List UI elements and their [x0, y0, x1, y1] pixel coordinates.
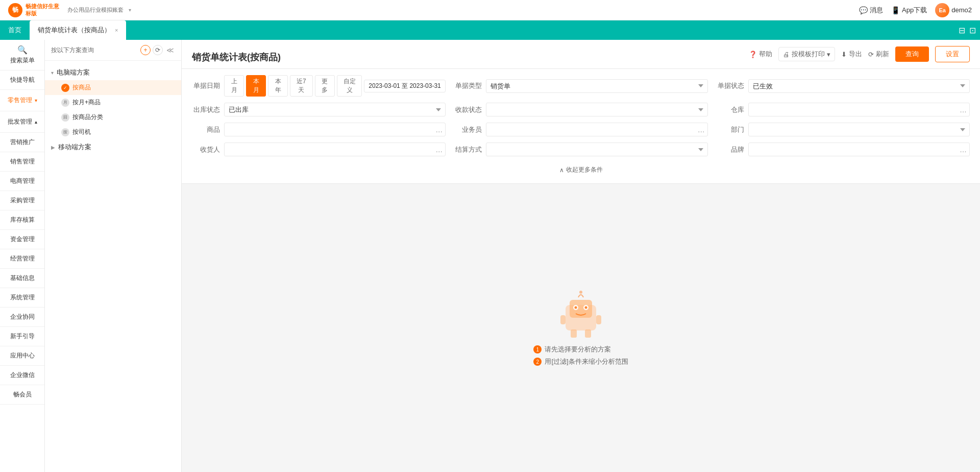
- filter-collect-status: 收款状态: [454, 103, 707, 116]
- collect-label: 收款状态: [454, 105, 482, 114]
- scheme-item-by-driver[interactable]: 按 按司机: [45, 125, 181, 139]
- empty-tip-2: 2 用[过滤]条件来缩小分析范围: [533, 357, 628, 366]
- brand-input[interactable]: [748, 143, 970, 156]
- staff-label: 业务员: [454, 125, 482, 134]
- top-header: 畅 畅捷信好生意 标版 办公用品行业模拟账套 ▾ 💬 消息 📱 App下载 Ea…: [0, 0, 980, 20]
- receiver-input[interactable]: [224, 143, 446, 156]
- settings-button[interactable]: 设置: [935, 46, 970, 62]
- date-range-display[interactable]: 2023-03-01 至 2023-03-31: [364, 80, 446, 92]
- main-container: 🔍 搜索菜单 快捷导航 零售管理 ▾ 批发管理 ▴ 营销推广 销售管理 电商管理…: [0, 40, 980, 472]
- message-action[interactable]: 💬 消息: [859, 6, 883, 15]
- export-action[interactable]: ⬇ 导出: [841, 50, 862, 59]
- btn-last-month[interactable]: 上月: [224, 75, 244, 97]
- scheme-item-by-category[interactable]: 回 按商品分类: [45, 110, 181, 125]
- filter-warehouse2: 仓库 …: [716, 103, 970, 116]
- sidebar-item-ecommerce[interactable]: 电商管理: [0, 172, 44, 191]
- goods-input[interactable]: [224, 123, 446, 136]
- empty-state: 1 请先选择要分析的方案 2 用[过滤]条件来缩小分析范围: [182, 184, 980, 472]
- collapse-more-btn[interactable]: ∧ 收起更多条件: [192, 162, 970, 177]
- collect-select[interactable]: [486, 103, 707, 116]
- help-action[interactable]: ❓ 帮助: [749, 50, 772, 59]
- scheme-month-icon: 月: [61, 99, 69, 107]
- sidebar-item-marketing[interactable]: 营销推广: [0, 133, 44, 152]
- sidebar-item-purchase[interactable]: 采购管理: [0, 191, 44, 210]
- sidebar-item-quick-nav[interactable]: 快捷导航: [0, 70, 44, 90]
- svg-point-10: [579, 291, 582, 294]
- mobile-scheme-group[interactable]: ▶ 移动端方案: [45, 139, 181, 155]
- filter-doc-status: 单据状态 已生效: [716, 79, 970, 93]
- app-download-action[interactable]: 📱 App下载: [891, 6, 927, 15]
- svg-rect-6: [560, 315, 566, 324]
- scheme-header: 按以下方案查询 + ⟳ ≪: [45, 40, 181, 61]
- sidebar-item-wholesale[interactable]: 批发管理 ▴: [0, 111, 44, 133]
- message-icon: 💬: [859, 6, 868, 14]
- sidebar-item-sales[interactable]: 销售管理: [0, 152, 44, 172]
- tab-home[interactable]: 首页: [0, 20, 30, 40]
- logo-area: 畅 畅捷信好生意 标版: [8, 3, 59, 17]
- header-left: 畅 畅捷信好生意 标版 办公用品行业模拟账套 ▾: [8, 3, 131, 17]
- filter-brand: 品牌 …: [716, 143, 970, 156]
- sidebar-item-search[interactable]: 🔍 搜索菜单: [0, 40, 44, 70]
- app-dropdown-arrow[interactable]: ▾: [129, 7, 131, 13]
- brand-wrapper: …: [748, 143, 970, 156]
- btn-current-month[interactable]: 本月: [246, 75, 266, 97]
- scheme-section: ▾ 电脑端方案 ✓ 按商品 月 按月+商品 回 按商品分类 按 按司机: [45, 61, 181, 159]
- sidebar-item-enterprise[interactable]: 企业协同: [0, 308, 44, 327]
- doc-type-control: 销货单: [486, 79, 707, 93]
- tab-sales-stats[interactable]: 销货单统计表（按商品） ×: [30, 20, 126, 40]
- doc-status-select[interactable]: 已生效: [748, 79, 970, 93]
- add-scheme-btn[interactable]: +: [140, 45, 151, 55]
- goods-wrapper: …: [224, 123, 446, 136]
- filter-row-4: 收货人 … 结算方式: [192, 143, 970, 156]
- warehouse-status-select[interactable]: 已出库: [224, 103, 446, 116]
- btn-current-year[interactable]: 本年: [268, 75, 288, 97]
- filter-settle: 结算方式: [454, 143, 707, 156]
- tab-close-icon[interactable]: ×: [115, 27, 118, 33]
- print-dropdown-icon: ▾: [827, 51, 830, 58]
- btn-last-7days[interactable]: 近7天: [290, 75, 313, 97]
- staff-input[interactable]: [486, 123, 707, 136]
- receiver-dots-icon[interactable]: …: [435, 146, 443, 154]
- brand-dots-icon[interactable]: …: [960, 146, 967, 154]
- dept-select[interactable]: [748, 123, 970, 136]
- query-button[interactable]: 查询: [895, 46, 929, 62]
- tab-minimize-icon[interactable]: ⊟: [959, 26, 965, 35]
- user-area[interactable]: Ea demo2: [935, 3, 972, 17]
- scheme-panel: 按以下方案查询 + ⟳ ≪ ▾ 电脑端方案 ✓ 按商品 月 按月+: [45, 40, 182, 472]
- sidebar-item-wechat[interactable]: 企业微信: [0, 366, 44, 385]
- filter-doc-type: 单据类型 销货单: [454, 79, 707, 93]
- dept-control: [748, 123, 970, 136]
- sidebar-item-member[interactable]: 畅会员: [0, 385, 44, 405]
- sidebar-item-retail[interactable]: 零售管理 ▾: [0, 90, 44, 111]
- scheme-header-title: 按以下方案查询: [51, 46, 94, 55]
- tab-maximize-icon[interactable]: ⊡: [969, 26, 976, 35]
- btn-more-date[interactable]: 更多: [315, 75, 335, 97]
- scheme-item-by-month-goods[interactable]: 月 按月+商品: [45, 95, 181, 110]
- date-label: 单据日期: [192, 81, 220, 90]
- btn-custom-date[interactable]: 自定义: [337, 75, 362, 97]
- empty-illustration: [550, 290, 611, 341]
- sidebar-item-inventory[interactable]: 库存核算: [0, 210, 44, 230]
- page-actions: ❓ 帮助 🖨 按模板打印 ▾ ⬇ 导出 ⟳ 刷新: [749, 46, 970, 68]
- sidebar-item-basic[interactable]: 基础信息: [0, 269, 44, 288]
- sidebar-item-operations[interactable]: 经营管理: [0, 249, 44, 269]
- sidebar-item-appcenter[interactable]: 应用中心: [0, 346, 44, 366]
- refresh-scheme-btn[interactable]: ⟳: [153, 45, 163, 55]
- goods-dots-icon[interactable]: …: [435, 126, 443, 134]
- sidebar-item-tutorial[interactable]: 新手引导: [0, 327, 44, 346]
- receiver-label: 收货人: [192, 145, 220, 154]
- scheme-item-by-goods[interactable]: ✓ 按商品: [45, 80, 181, 95]
- sidebar-item-system[interactable]: 系统管理: [0, 288, 44, 308]
- staff-dots-icon[interactable]: …: [698, 126, 705, 134]
- doc-type-select[interactable]: 销货单: [486, 79, 707, 93]
- refresh-action[interactable]: ⟳ 刷新: [868, 50, 889, 59]
- scheme-driver-icon: 按: [61, 128, 69, 136]
- filter-table-panel: 销货单统计表(按商品) ❓ 帮助 🖨 按模板打印 ▾ ⬇ 导出: [182, 40, 980, 472]
- sidebar-item-finance[interactable]: 资金管理: [0, 230, 44, 249]
- collapse-scheme-btn[interactable]: ≪: [165, 45, 175, 55]
- warehouse2-input[interactable]: [748, 103, 970, 116]
- pc-scheme-group[interactable]: ▾ 电脑端方案: [45, 65, 181, 80]
- print-action[interactable]: 🖨 按模板打印 ▾: [778, 47, 835, 61]
- warehouse2-dots-icon[interactable]: …: [960, 106, 967, 114]
- settle-select[interactable]: [486, 143, 707, 156]
